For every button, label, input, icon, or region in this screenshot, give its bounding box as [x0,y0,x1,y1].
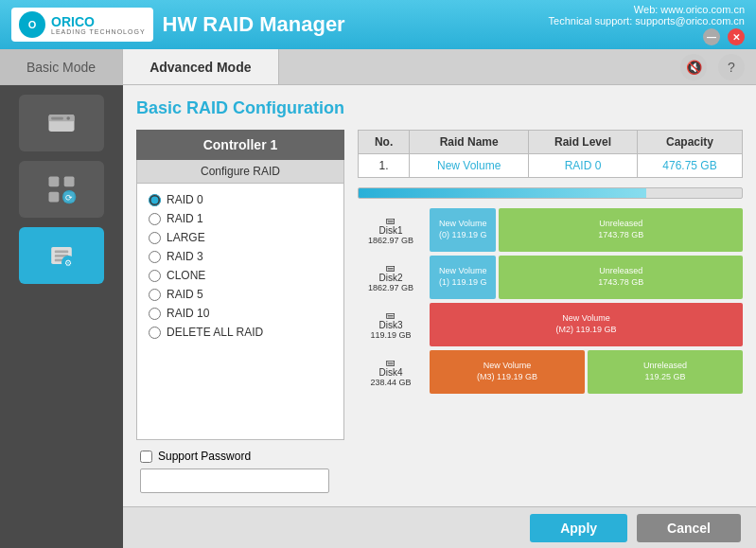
radio-raid10[interactable]: RAID 10 [149,307,332,320]
tab-bar: Basic Mode Advanced Mode 🔇 ? [0,49,756,85]
disk-row-1: 🖴 Disk1 1862.97 GB New Volume (0) 119.19… [358,208,743,252]
disk3-label: 🖴 Disk3 119.19 GB [358,309,424,340]
mute-icon[interactable]: 🔇 [680,54,707,80]
raid-table: No. Raid Name Raid Level Capacity 1. New… [358,130,743,178]
disk1-seg1: New Volume (0) 119.19 G [430,208,496,252]
disk4-label: 🖴 Disk4 238.44 GB [358,357,424,387]
progress-fill [359,188,646,198]
col-no: No. [359,131,410,154]
disk1-label: 🖴 Disk1 1862.97 GB [358,215,424,245]
svg-text:⟳: ⟳ [65,193,73,203]
disk2-bars: New Volume (1) 119.19 G Unreleased 1743.… [430,256,743,299]
sidebar-item-settings[interactable]: ⚙ [19,227,104,284]
logo-box: O ORICO LEADING TECHNOLOGY [11,8,153,42]
radio-list: RAID 0 RAID 1 LARGE RAID 3 CLONE [136,184,344,440]
title-bar-controls: — ✕ [703,28,745,45]
radio-raid3[interactable]: RAID 3 [149,250,332,263]
logo-circle: O [19,11,45,38]
disk2-icon: 🖴 [386,262,396,273]
row-name: New Volume [410,154,529,178]
disk4-name: Disk4 [378,367,402,378]
disk3-name: Disk3 [378,320,402,330]
disk1-icon: 🖴 [386,215,396,225]
tab-advanced[interactable]: Advanced Mode [123,49,278,84]
col-raid-level: Raid Level [529,131,638,154]
disk4-size: 238.44 GB [370,378,411,387]
title-bar-right: Web: www.orico.com.cn Technical support:… [549,4,745,27]
disk-drive-icon [44,106,79,140]
disk4-icon: 🖴 [386,357,396,367]
disk4-seg1: New Volume (M3) 119.19 GB [430,350,585,394]
title-bar-left: O ORICO LEADING TECHNOLOGY HW RAID Manag… [11,8,345,42]
svg-rect-4 [49,177,60,187]
disk3-size: 119.19 GB [370,330,411,340]
app-title: HW RAID Manager [163,12,345,37]
sidebar-item-disk[interactable] [19,95,104,151]
svg-rect-11 [55,251,68,254]
main-content: Basic RAID Configuration Controller 1 Co… [123,85,756,506]
disk1-seg2: Unreleased 1743.78 GB [499,208,743,252]
title-bar: O ORICO LEADING TECHNOLOGY HW RAID Manag… [0,0,756,49]
tab-basic[interactable]: Basic Mode [0,49,123,84]
web-link: Web: www.orico.com.cn [549,4,745,15]
radio-raid5[interactable]: RAID 5 [149,288,332,301]
support-password-label: Support Password [158,450,251,463]
svg-rect-2 [51,117,63,120]
bottom-bar: Apply Cancel [123,506,756,548]
svg-rect-5 [64,177,75,187]
main-layout: ⟳ ⚙ Basic RAID Configuration Controller … [0,85,756,548]
support-link: Technical support: supports@orico.com.cn [549,15,745,27]
disk2-name: Disk2 [378,273,402,283]
disk-row-4: 🖴 Disk4 238.44 GB New Volume (M3) 119.19… [358,350,743,394]
sidebar-item-grid[interactable]: ⟳ [19,161,104,218]
col-capacity: Capacity [638,131,743,154]
disk2-seg1: New Volume (1) 119.19 G [430,256,496,299]
apply-button[interactable]: Apply [530,514,627,542]
progress-bar [358,187,743,199]
svg-point-3 [66,116,70,120]
radio-raid1[interactable]: RAID 1 [149,212,332,225]
password-input[interactable] [140,468,329,493]
radio-raid0[interactable]: RAID 0 [149,193,332,206]
col-raid-name: Raid Name [410,131,529,154]
tab-icons: 🔇 ? [680,49,756,84]
close-button[interactable]: ✕ [728,28,745,45]
content-area: Basic RAID Configuration Controller 1 Co… [123,85,756,548]
disk3-icon: 🖴 [386,309,396,320]
svg-text:⚙: ⚙ [64,258,72,268]
password-section: Support Password [136,450,344,493]
left-panel: Controller 1 Configure RAID RAID 0 RAID … [136,130,344,493]
grid-icon: ⟳ [44,172,79,206]
logo-sub: LEADING TECHNOLOGY [51,28,146,35]
right-panel: No. Raid Name Raid Level Capacity 1. New… [358,130,743,493]
disk4-seg2: Unreleased 119.25 GB [588,350,743,394]
disk-row-3: 🖴 Disk3 119.19 GB New Volume (M2) 119.19… [358,303,743,346]
disk-list: 🖴 Disk1 1862.97 GB New Volume (0) 119.19… [358,208,743,394]
disk1-size: 1862.97 GB [368,236,413,245]
radio-clone[interactable]: CLONE [149,269,332,282]
radio-large[interactable]: LARGE [149,231,332,244]
controller-header: Controller 1 [136,130,344,160]
logo-text: ORICO [51,15,146,28]
disk2-seg2: Unreleased 1743.78 GB [499,256,743,299]
row-level: RAID 0 [529,154,638,178]
minimize-button[interactable]: — [703,28,720,45]
sidebar: ⟳ ⚙ [0,85,123,548]
cancel-button[interactable]: Cancel [637,514,741,542]
disk2-size: 1862.97 GB [368,283,413,292]
help-icon[interactable]: ? [718,54,745,80]
table-row: 1. New Volume RAID 0 476.75 GB [359,154,743,178]
disk1-name: Disk1 [378,225,402,236]
logo-text-group: ORICO LEADING TECHNOLOGY [51,15,146,35]
section-title: Basic RAID Configuration [136,98,743,118]
disk3-seg1: New Volume (M2) 119.19 GB [430,303,743,346]
row-no: 1. [359,154,410,178]
disk-row-2: 🖴 Disk2 1862.97 GB New Volume (1) 119.19… [358,256,743,299]
disk4-bars: New Volume (M3) 119.19 GB Unreleased 119… [430,350,743,394]
svg-rect-6 [49,192,60,203]
disk3-bars: New Volume (M2) 119.19 GB [430,303,743,346]
disk1-bars: New Volume (0) 119.19 G Unreleased 1743.… [430,208,743,252]
radio-delete-all[interactable]: DELETE ALL RAID [149,326,332,339]
config-layout: Controller 1 Configure RAID RAID 0 RAID … [136,130,743,493]
support-password-checkbox[interactable]: Support Password [140,450,251,463]
